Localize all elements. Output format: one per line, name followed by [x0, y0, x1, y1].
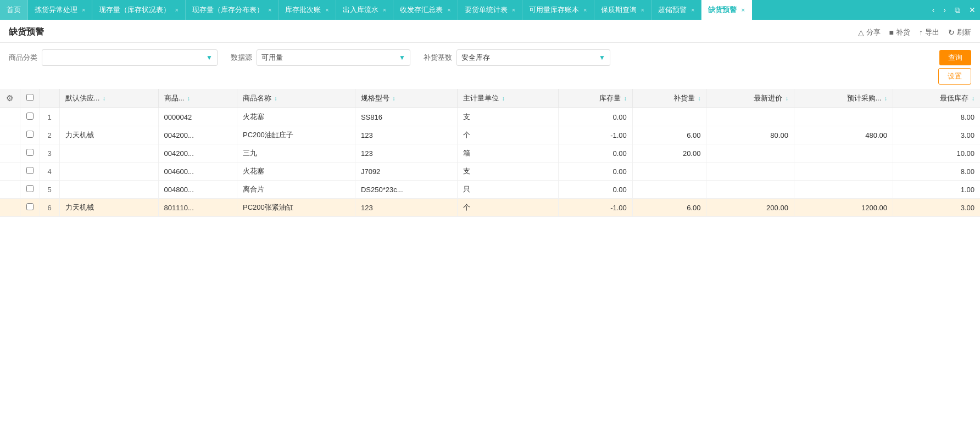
th-spec[interactable]: 规格型号 ↕ — [355, 89, 457, 108]
th-supplier[interactable]: 默认供应... ↕ — [59, 89, 158, 108]
cell-est-purchase-1: 480.00 — [794, 126, 893, 144]
th-min-stock-label: 最低库存 — [940, 94, 968, 102]
nav-tab-exception[interactable]: 拣货异常处理× — [28, 0, 92, 20]
cell-est-purchase-5: 1200.00 — [794, 199, 893, 217]
row-checkbox-5[interactable] — [26, 203, 34, 210]
nav-tab-batch-account[interactable]: 库存批次账× — [279, 0, 336, 20]
query-button[interactable]: 查询 — [939, 50, 971, 65]
nav-tab-close-available-ledger[interactable]: × — [583, 7, 587, 13]
cell-unit-3: 支 — [458, 163, 559, 181]
cell-reorder-0 — [632, 108, 706, 126]
cell-latest-price-3 — [706, 163, 794, 181]
nav-tab-close-stock-dist[interactable]: × — [268, 7, 271, 13]
th-settings[interactable]: ⚙ — [0, 89, 20, 108]
th-est-purchase[interactable]: 预计采购... ↕ — [794, 89, 893, 108]
cell-checkbox-1[interactable] — [20, 126, 40, 144]
filter-group-category: 商品分类 ▼ — [9, 49, 218, 66]
nav-tab-stock-dist[interactable]: 现存量（库存分布表）× — [186, 0, 279, 20]
supplement-button[interactable]: ■ 补货 — [889, 27, 910, 37]
settings-icon[interactable]: ⚙ — [6, 93, 13, 103]
nav-tab-available-ledger[interactable]: 可用量库存账本× — [522, 0, 594, 20]
nav-tab-close-stock-status[interactable]: × — [175, 7, 178, 13]
refresh-button[interactable]: ↻ 刷新 — [948, 27, 971, 37]
th-reorder-label: 补货量 — [673, 94, 695, 102]
nav-tab-demand-stat[interactable]: 要货单统计表× — [458, 0, 522, 20]
cell-product-name-0: 火花塞 — [237, 108, 355, 126]
table-row: 1 0000042 火花塞 SS816 支 0.00 8.00 — [0, 108, 980, 126]
export-icon: ↑ — [919, 28, 923, 37]
nav-tab-close-shortage[interactable]: × — [741, 7, 744, 13]
nav-restore-window[interactable]: ⧉ — [950, 0, 965, 20]
datasource-label: 数据源 — [231, 53, 252, 63]
th-stock[interactable]: 库存量 ↕ — [559, 89, 633, 108]
nav-tab-close-demand-stat[interactable]: × — [512, 7, 515, 13]
supplier-sort-icon: ↕ — [103, 96, 105, 102]
cell-checkbox-0[interactable] — [20, 108, 40, 126]
table-row: 2 力天机械 004200... PC200油缸庄子 123 个 -1.00 6… — [0, 126, 980, 144]
cell-product-id-3: 004600... — [158, 163, 237, 181]
th-min-stock[interactable]: 最低库存 ↕ — [893, 89, 980, 108]
nav-tab-close-inout-flow[interactable]: × — [383, 7, 386, 13]
cell-est-purchase-2 — [794, 144, 893, 163]
nav-scroll-left[interactable]: ‹ — [928, 0, 939, 20]
est-purchase-sort-icon: ↕ — [884, 96, 887, 102]
nav-tab-inout-flow[interactable]: 出入库流水× — [336, 0, 393, 20]
th-product-id[interactable]: 商品... ↕ — [158, 89, 237, 108]
cell-checkbox-3[interactable] — [20, 163, 40, 181]
cell-reorder-5: 6.00 — [632, 199, 706, 217]
nav-tab-close-overstock[interactable]: × — [691, 7, 694, 13]
table-header-row: ⚙ 默认供应... ↕ 商品... ↕ 商品名称 — [0, 89, 980, 108]
cell-product-id-1: 004200... — [158, 126, 237, 144]
th-est-purchase-label: 预计采购... — [847, 94, 882, 102]
cell-product-name-4: 离合片 — [237, 181, 355, 199]
nav-tab-label-recv-summary: 收发存汇总表 — [400, 5, 443, 15]
row-checkbox-4[interactable] — [26, 185, 34, 192]
share-button[interactable]: △ 分享 — [858, 27, 881, 37]
nav-tab-recv-summary[interactable]: 收发存汇总表× — [393, 0, 458, 20]
cell-supplier-2 — [59, 144, 158, 163]
page-title: 缺货预警 — [9, 26, 44, 38]
th-checkbox[interactable] — [20, 89, 40, 108]
row-checkbox-2[interactable] — [26, 149, 34, 156]
th-unit[interactable]: 主计量单位 ↕ — [458, 89, 559, 108]
nav-tab-home[interactable]: 首页 — [0, 0, 28, 20]
setting-button[interactable]: 设置 — [938, 68, 971, 85]
datasource-select[interactable]: 可用量 ▼ — [257, 49, 410, 66]
cell-product-id-2: 004200... — [158, 144, 237, 163]
th-stock-label: 库存量 — [599, 94, 621, 102]
nav-tab-label-demand-stat: 要货单统计表 — [465, 5, 508, 15]
nav-scroll-right[interactable]: › — [939, 0, 950, 20]
row-checkbox-0[interactable] — [26, 113, 34, 120]
cell-min-stock-5: 3.00 — [893, 199, 980, 217]
nav-tab-stock-status[interactable]: 现存量（库存状况表）× — [92, 0, 185, 20]
nav-tab-shortage[interactable]: 缺货预警× — [701, 0, 751, 20]
cell-stock-4: 0.00 — [559, 181, 633, 199]
th-reorder[interactable]: 补货量 ↕ — [632, 89, 706, 108]
cell-checkbox-4[interactable] — [20, 181, 40, 199]
cell-checkbox-2[interactable] — [20, 144, 40, 163]
th-latest-price[interactable]: 最新进价 ↕ — [706, 89, 794, 108]
nav-close-window[interactable]: ✕ — [965, 0, 980, 20]
nav-tab-close-expiry-query[interactable]: × — [641, 7, 644, 13]
nav-tab-label-exception: 拣货异常处理 — [35, 5, 77, 15]
nav-tab-close-batch-account[interactable]: × — [325, 7, 328, 13]
row-checkbox-1[interactable] — [26, 131, 34, 138]
nav-tab-close-recv-summary[interactable]: × — [447, 7, 450, 13]
select-all-checkbox[interactable] — [26, 94, 34, 101]
nav-tab-expiry-query[interactable]: 保质期查询× — [594, 0, 652, 20]
export-button[interactable]: ↑ 导出 — [919, 27, 939, 37]
nav-tab-label-stock-status: 现存量（库存状况表） — [99, 5, 170, 15]
cell-supplier-3 — [59, 163, 158, 181]
supplement-base-select[interactable]: 安全库存 ▼ — [456, 49, 610, 66]
category-select[interactable]: ▼ — [42, 49, 218, 66]
row-checkbox-3[interactable] — [26, 167, 34, 174]
nav-tab-label-stock-dist: 现存量（库存分布表） — [192, 5, 264, 15]
th-product-name[interactable]: 商品名称 ↕ — [237, 89, 355, 108]
nav-tab-overstock[interactable]: 超储预警× — [652, 0, 701, 20]
nav-tab-close-exception[interactable]: × — [82, 7, 85, 13]
cell-reorder-2: 20.00 — [632, 144, 706, 163]
cell-checkbox-5[interactable] — [20, 199, 40, 217]
cell-unit-0: 支 — [458, 108, 559, 126]
cell-latest-price-2 — [706, 144, 794, 163]
nav-tab-label-available-ledger: 可用量库存账本 — [529, 5, 579, 15]
